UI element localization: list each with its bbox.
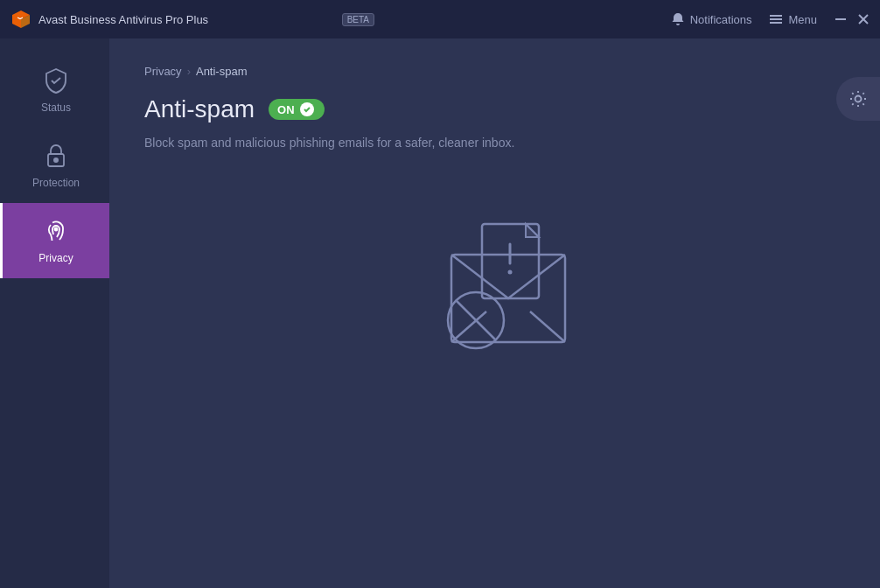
- breadcrumb-current: Anti-spam: [196, 65, 248, 78]
- app-body: Status Protection Privacy: [0, 38, 880, 588]
- notifications-button[interactable]: Notifications: [671, 12, 752, 26]
- svg-point-8: [55, 228, 58, 231]
- svg-rect-0: [770, 15, 782, 17]
- svg-rect-2: [770, 22, 782, 24]
- anti-spam-illustration: [399, 185, 591, 377]
- menu-button[interactable]: Menu: [769, 12, 817, 26]
- checkmark-icon: [303, 105, 311, 114]
- bell-icon: [671, 12, 685, 26]
- main-content: Privacy › Anti-spam Anti-spam ON Block s…: [109, 38, 880, 588]
- sidebar-item-status[interactable]: Status: [0, 52, 109, 128]
- shield-check-icon: [42, 66, 70, 94]
- breadcrumb: Privacy › Anti-spam: [144, 65, 845, 78]
- beta-badge: BETA: [342, 13, 374, 26]
- svg-point-9: [856, 96, 862, 102]
- lock-icon: [42, 142, 70, 170]
- svg-rect-3: [835, 18, 846, 20]
- app-title: Avast Business Antivirus Pro Plus: [38, 13, 335, 26]
- menu-icon: [769, 12, 783, 26]
- toggle-switch[interactable]: ON: [269, 99, 325, 120]
- close-button[interactable]: [857, 13, 870, 25]
- toggle-check-icon: [300, 102, 314, 116]
- illustration-area: [144, 185, 845, 377]
- sidebar-protection-label: Protection: [32, 177, 80, 189]
- settings-gear-button[interactable]: [836, 77, 880, 121]
- titlebar: Avast Business Antivirus Pro Plus BETA N…: [0, 0, 880, 38]
- titlebar-actions: Notifications Menu: [671, 12, 817, 26]
- breadcrumb-parent[interactable]: Privacy: [144, 65, 182, 78]
- breadcrumb-separator: ›: [187, 65, 191, 78]
- svg-point-7: [54, 158, 58, 162]
- sidebar: Status Protection Privacy: [0, 38, 109, 588]
- svg-rect-1: [770, 18, 782, 20]
- svg-point-14: [507, 270, 512, 275]
- toggle-container: ON: [269, 99, 325, 120]
- sidebar-status-label: Status: [41, 102, 71, 114]
- sidebar-item-privacy[interactable]: Privacy: [0, 203, 109, 278]
- page-title: Anti-spam: [144, 95, 255, 123]
- page-header: Anti-spam ON: [144, 95, 845, 123]
- toggle-label: ON: [277, 103, 295, 116]
- sidebar-privacy-label: Privacy: [38, 252, 73, 264]
- minimize-button[interactable]: [835, 13, 847, 25]
- sidebar-item-protection[interactable]: Protection: [0, 128, 109, 203]
- page-description: Block spam and malicious phishing emails…: [144, 136, 845, 150]
- gear-icon: [849, 89, 868, 108]
- fingerprint-icon: [42, 217, 70, 245]
- avast-logo: [10, 9, 31, 30]
- window-controls: [835, 13, 870, 25]
